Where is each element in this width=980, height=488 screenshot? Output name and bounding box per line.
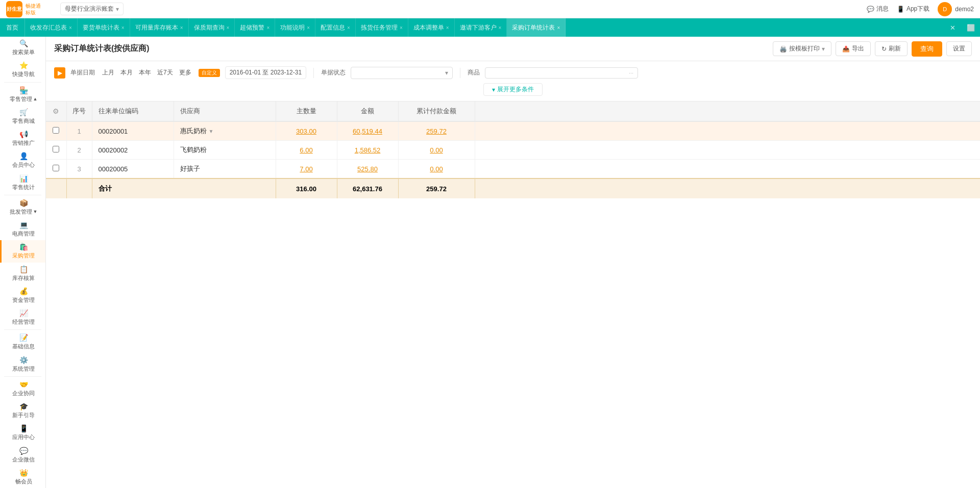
sidebar-item-retail-mgmt[interactable]: 🏪 零售管理 ▲ bbox=[0, 83, 45, 105]
username-label: demo2 bbox=[955, 6, 974, 13]
sidebar-item-inventory-check[interactable]: 📋 库存核算 bbox=[0, 263, 45, 285]
shortcut-7days[interactable]: 近7天 bbox=[155, 67, 175, 78]
row-no: 2 bbox=[66, 141, 92, 160]
sidebar-item-marketing[interactable]: 📢 营销推广 bbox=[0, 127, 45, 149]
expand-toggle-btn[interactable]: ▶ bbox=[54, 67, 65, 79]
tab-invite-downstream[interactable]: 邀请下游客户 × bbox=[455, 18, 507, 37]
workspace-selector[interactable]: 母婴行业演示账套 ▾ bbox=[60, 3, 124, 15]
sidebar-item-retail-mall[interactable]: 🛒 零售商城 bbox=[0, 106, 45, 127]
footer-no bbox=[66, 178, 92, 198]
row-checkbox[interactable] bbox=[46, 141, 66, 160]
row-quantity: 6.00 bbox=[276, 141, 337, 160]
row-quantity: 303.00 bbox=[276, 121, 337, 141]
close-icon[interactable]: × bbox=[400, 25, 403, 31]
refresh-icon: ↻ bbox=[881, 45, 887, 53]
sidebar-item-quick-nav[interactable]: ⭐ 快捷导航 bbox=[0, 59, 45, 81]
sidebar-item-enterprise-coop[interactable]: 🤝 企业协同 bbox=[0, 378, 45, 400]
app-download-btn[interactable]: 📱 App下载 bbox=[897, 5, 929, 13]
data-table: ⚙ 序号 往来单位编码 供应商 主数量 金额 累计付款金额 bbox=[46, 101, 980, 198]
close-icon[interactable]: × bbox=[499, 25, 502, 31]
user-area[interactable]: D demo2 bbox=[938, 2, 974, 16]
sidebar-item-app-center[interactable]: 📱 应用中心 bbox=[0, 422, 45, 444]
filter-row-1: ▶ 单据日期 上月 本月 本年 近7天 更多 自定义 2016-01-01 至 … bbox=[54, 66, 972, 79]
sidebar-item-retail-stats[interactable]: 📊 零售统计 bbox=[0, 172, 45, 194]
settings-icon[interactable]: ⚙ bbox=[53, 107, 59, 115]
th-amount: 金额 bbox=[337, 101, 398, 121]
star-icon: ⭐ bbox=[19, 61, 28, 69]
maximize-btn[interactable]: ⬜ bbox=[962, 18, 980, 37]
sidebar-item-finance-mgmt[interactable]: 💰 资金管理 bbox=[0, 285, 45, 306]
tab-home[interactable]: 首页 bbox=[0, 18, 25, 37]
mall-icon: 🛒 bbox=[19, 108, 28, 116]
custom-badge[interactable]: 自定义 bbox=[199, 69, 220, 77]
date-range-input[interactable]: 2016-01-01 至 2023-12-31 bbox=[225, 66, 306, 79]
print-btn[interactable]: 🖨️ 按模板打印 ▾ bbox=[773, 41, 831, 56]
download-icon: 📱 bbox=[897, 6, 904, 13]
refresh-btn[interactable]: ↻ 刷新 bbox=[875, 41, 908, 56]
th-no: 序号 bbox=[66, 101, 92, 121]
close-icon[interactable]: × bbox=[227, 25, 230, 31]
tab-config-info[interactable]: 配置信息 × bbox=[315, 18, 356, 37]
tab-overstock-warning[interactable]: 超储预警 × bbox=[235, 18, 275, 37]
shortcut-this-month[interactable]: 本月 bbox=[118, 67, 135, 78]
tab-order-summary[interactable]: 要货单统计表 × bbox=[78, 18, 130, 37]
chevron-down-icon: ▾ bbox=[445, 69, 448, 76]
close-icon[interactable]: × bbox=[347, 25, 350, 31]
wechat-icon: 💬 bbox=[19, 447, 28, 455]
status-select[interactable]: ▾ bbox=[351, 67, 453, 79]
filter-divider bbox=[313, 68, 314, 78]
tab-cost-adjust[interactable]: 成本调整单 × bbox=[408, 18, 455, 37]
export-btn[interactable]: 📤 导出 bbox=[836, 41, 871, 56]
tab-actions: ✕ ⬜ bbox=[943, 18, 980, 37]
shortcut-last-month[interactable]: 上月 bbox=[100, 67, 116, 78]
row-checkbox[interactable] bbox=[46, 121, 66, 141]
tab-receive-summary[interactable]: 收发存汇总表 × bbox=[25, 18, 78, 37]
tab-purchase-summary[interactable]: 采购订单统计表 × bbox=[507, 18, 566, 37]
sidebar-item-purchase-mgmt[interactable]: 🛍️ 采购管理 bbox=[0, 240, 45, 262]
tab-expiry-query[interactable]: 保质期查询 × bbox=[189, 18, 235, 37]
message-btn[interactable]: 💬 消息 bbox=[867, 5, 889, 13]
row-checkbox[interactable] bbox=[46, 160, 66, 179]
close-icon[interactable]: × bbox=[446, 25, 449, 31]
row-quantity: 7.00 bbox=[276, 160, 337, 179]
sidebar-item-enterprise-wechat[interactable]: 💬 企业微信 bbox=[0, 444, 45, 466]
dots-icon: ··· bbox=[629, 70, 633, 76]
th-paid-amount: 累计付款金额 bbox=[398, 101, 475, 121]
sidebar-item-basic-info[interactable]: 📝 基础信息 bbox=[0, 331, 45, 353]
table-row: 2 00020002 飞鹤奶粉 6.00 1,586.52 0.00 bbox=[46, 141, 980, 160]
sidebar-divider bbox=[4, 82, 41, 83]
close-icon[interactable]: × bbox=[557, 25, 560, 31]
ops-icon: 📈 bbox=[19, 309, 28, 317]
close-icon[interactable]: × bbox=[307, 25, 310, 31]
sidebar-item-ecommerce-mgmt[interactable]: 💻 电商管理 bbox=[0, 218, 45, 240]
goods-input[interactable]: ··· bbox=[485, 67, 638, 79]
th-supplier: 供应商 bbox=[174, 101, 276, 121]
close-tab-btn[interactable]: ✕ bbox=[943, 18, 962, 37]
sidebar-item-wholesale-mgmt[interactable]: 📦 批发管理 ▼ bbox=[0, 196, 45, 218]
th-empty bbox=[475, 101, 980, 121]
sidebar-item-ops-mgmt[interactable]: 📈 经营管理 bbox=[0, 306, 45, 328]
tab-function-desc[interactable]: 功能说明 × bbox=[275, 18, 315, 37]
tab-picking-task[interactable]: 拣货任务管理 × bbox=[356, 18, 408, 37]
sidebar-item-member-center[interactable]: 👤 会员中心 bbox=[0, 149, 45, 171]
filter-expand-row: ▾ 展开更多条件 bbox=[54, 83, 972, 96]
sidebar-item-system-mgmt[interactable]: ⚙️ 系统管理 bbox=[0, 353, 45, 375]
tab-available-stock[interactable]: 可用量库存账本 × bbox=[130, 18, 189, 37]
row-supplier: 飞鹤奶粉 bbox=[174, 141, 276, 160]
expand-more-btn[interactable]: ▾ 展开更多条件 bbox=[483, 83, 543, 96]
query-btn[interactable]: 查询 bbox=[912, 41, 942, 57]
shortcut-this-year[interactable]: 本年 bbox=[137, 67, 153, 78]
row-unit-code: 00020002 bbox=[92, 141, 174, 160]
sidebar-item-search[interactable]: 🔍 搜索菜单 bbox=[0, 37, 45, 59]
close-icon[interactable]: × bbox=[69, 25, 72, 31]
settings-btn[interactable]: 设置 bbox=[946, 41, 972, 56]
footer-amount: 62,631.76 bbox=[337, 178, 398, 198]
sidebar-item-newbie-guide[interactable]: 🎓 新手引导 bbox=[0, 400, 45, 422]
footer-quantity: 316.00 bbox=[276, 178, 337, 198]
close-icon[interactable]: × bbox=[180, 25, 183, 31]
close-icon[interactable]: × bbox=[121, 25, 125, 31]
th-quantity: 主数量 bbox=[276, 101, 337, 121]
sidebar-item-vip-member[interactable]: 👑 畅会员 bbox=[0, 466, 45, 488]
close-icon[interactable]: × bbox=[266, 25, 270, 31]
shortcut-more[interactable]: 更多 bbox=[177, 67, 193, 78]
